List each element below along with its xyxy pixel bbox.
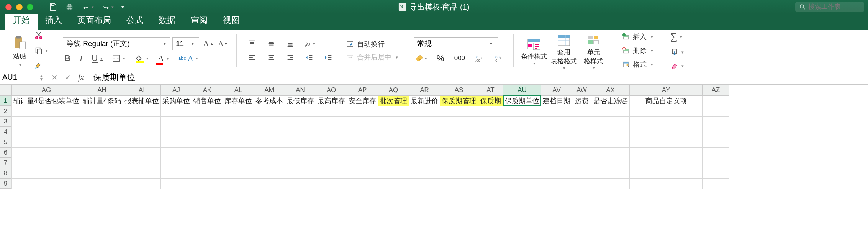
cell-AL6[interactable]	[223, 147, 254, 158]
cell-AQ7[interactable]	[378, 158, 409, 168]
cell-AO5[interactable]	[316, 137, 347, 147]
cell-AL8[interactable]	[223, 168, 254, 178]
cell-AO8[interactable]	[316, 168, 347, 178]
cell-AN3[interactable]	[285, 116, 316, 127]
cell-AM5[interactable]	[254, 137, 285, 147]
cell-AS7[interactable]	[440, 158, 478, 168]
clear-button[interactable]	[669, 61, 685, 71]
cell-AS9[interactable]	[440, 178, 478, 189]
column-header-AI[interactable]: AI	[123, 85, 161, 95]
cell-AH2[interactable]	[81, 106, 123, 116]
cell-AJ9[interactable]	[161, 178, 192, 189]
delete-cells-button[interactable]: 删除	[622, 45, 653, 56]
cell-AS4[interactable]	[440, 127, 478, 137]
minimize-window-button[interactable]	[16, 4, 23, 10]
cell-AQ5[interactable]	[378, 137, 409, 147]
tab-insert[interactable]: 插入	[38, 12, 70, 30]
cell-AY4[interactable]	[630, 127, 703, 137]
cell-AH7[interactable]	[81, 158, 123, 168]
cell-AS6[interactable]	[440, 147, 478, 158]
cell-AX4[interactable]	[591, 127, 630, 137]
cell-AG5[interactable]	[12, 137, 81, 147]
cell-AP1[interactable]: 安全库存	[347, 95, 378, 106]
cell-AR9[interactable]	[409, 178, 440, 189]
cell-AS2[interactable]	[440, 106, 478, 116]
save-button[interactable]	[49, 3, 57, 12]
bold-button[interactable]: B	[63, 53, 72, 64]
cell-AM1[interactable]: 参考成本	[254, 95, 285, 106]
cell-AZ3[interactable]	[703, 116, 729, 127]
cell-AZ5[interactable]	[703, 137, 729, 147]
undo-button[interactable]	[82, 3, 94, 12]
align-bottom-button[interactable]	[283, 38, 298, 49]
cell-AH9[interactable]	[81, 178, 123, 189]
comma-format-button[interactable]: 000	[452, 53, 467, 64]
cell-AR6[interactable]	[409, 147, 440, 158]
cell-AM2[interactable]	[254, 106, 285, 116]
cell-AK2[interactable]	[192, 106, 223, 116]
cell-AX7[interactable]	[591, 158, 630, 168]
cell-AL7[interactable]	[223, 158, 254, 168]
cell-AV9[interactable]	[541, 178, 572, 189]
cell-AR8[interactable]	[409, 168, 440, 178]
cell-AY9[interactable]	[630, 178, 703, 189]
accept-formula-button[interactable]: ✓	[65, 73, 71, 82]
cell-AG3[interactable]	[12, 116, 81, 127]
format-cells-button[interactable]: 格式	[622, 59, 653, 70]
cell-AZ9[interactable]	[703, 178, 729, 189]
cell-AV3[interactable]	[541, 116, 572, 127]
cell-AM8[interactable]	[254, 168, 285, 178]
cell-AW4[interactable]	[572, 127, 591, 137]
row-header-5[interactable]: 5	[0, 137, 11, 147]
cell-AK1[interactable]: 销售单位	[192, 95, 223, 106]
fill-color-button[interactable]	[133, 53, 150, 64]
cell-AG6[interactable]	[12, 147, 81, 158]
cell-AU6[interactable]	[503, 147, 541, 158]
cell-AY1[interactable]: 商品自定义项	[630, 95, 703, 106]
cell-AV7[interactable]	[541, 158, 572, 168]
cell-AV4[interactable]	[541, 127, 572, 137]
cell-AU7[interactable]	[503, 158, 541, 168]
cell-AO2[interactable]	[316, 106, 347, 116]
cell-AS1[interactable]: 保质期管理	[440, 95, 478, 106]
cell-AW8[interactable]	[572, 168, 591, 178]
cancel-formula-button[interactable]: ✕	[51, 73, 58, 82]
column-header-AG[interactable]: AG	[12, 85, 81, 95]
cell-AN9[interactable]	[285, 178, 316, 189]
column-header-AT[interactable]: AT	[478, 85, 503, 95]
align-left-button[interactable]	[244, 52, 260, 63]
cell-AJ3[interactable]	[161, 116, 192, 127]
cell-AZ1[interactable]	[703, 95, 729, 106]
cell-AG7[interactable]	[12, 158, 81, 168]
cell-AO7[interactable]	[316, 158, 347, 168]
close-window-button[interactable]	[5, 4, 12, 10]
italic-button[interactable]: I	[78, 53, 84, 64]
cell-AT8[interactable]	[478, 168, 503, 178]
cell-AP5[interactable]	[347, 137, 378, 147]
cell-AP6[interactable]	[347, 147, 378, 158]
wrap-text-button[interactable]: 自动换行	[346, 39, 385, 49]
cell-AX6[interactable]	[591, 147, 630, 158]
decrease-decimal-button[interactable]: .00.0	[490, 53, 506, 64]
row-header-7[interactable]: 7	[0, 158, 11, 168]
cell-AU5[interactable]	[503, 137, 541, 147]
row-header-6[interactable]: 6	[0, 147, 11, 158]
copy-button[interactable]	[33, 46, 49, 56]
cell-AN1[interactable]: 最低库存	[285, 95, 316, 106]
font-name-input[interactable]	[63, 38, 160, 50]
row-header-9[interactable]: 9	[0, 178, 11, 189]
font-color-button[interactable]: A	[156, 53, 170, 64]
merge-center-button[interactable]: 合并后居中	[346, 52, 398, 63]
insert-cells-button[interactable]: 插入	[622, 31, 653, 42]
cell-AL4[interactable]	[223, 127, 254, 137]
cell-AT2[interactable]	[478, 106, 503, 116]
cell-AJ2[interactable]	[161, 106, 192, 116]
cell-AN8[interactable]	[285, 168, 316, 178]
accounting-format-button[interactable]	[414, 53, 429, 64]
cell-AP2[interactable]	[347, 106, 378, 116]
cell-AQ2[interactable]	[378, 106, 409, 116]
cell-AR2[interactable]	[409, 106, 440, 116]
cell-AR1[interactable]: 最新进价	[409, 95, 440, 106]
tab-formulas[interactable]: 公式	[119, 12, 151, 30]
cell-AG2[interactable]	[12, 106, 81, 116]
